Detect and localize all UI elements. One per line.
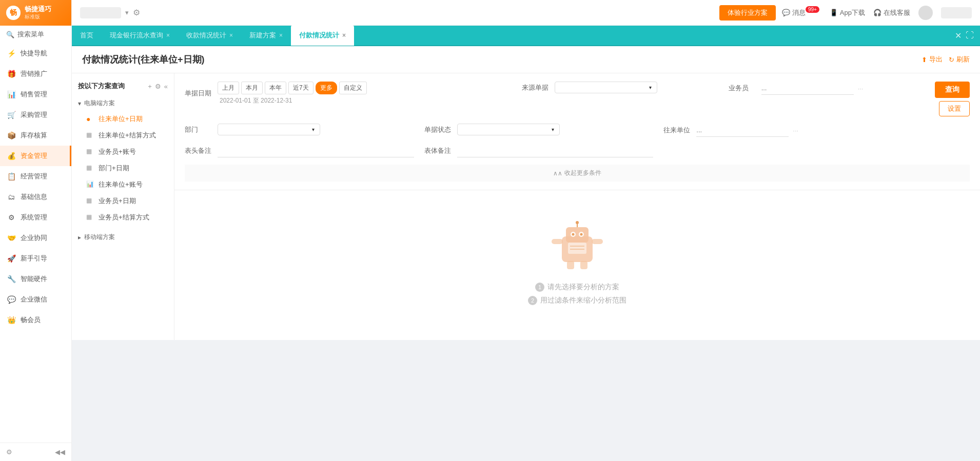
- online-service-action[interactable]: 🎧 在线客服: [873, 8, 910, 17]
- scheme-item-dept-date[interactable]: ▦ 部门+日期: [72, 160, 174, 176]
- svg-rect-9: [592, 239, 603, 244]
- tab-bank-flow-close[interactable]: ×: [166, 32, 170, 39]
- date-btn-this-month[interactable]: 本月: [241, 82, 263, 94]
- tab-new-scheme-close[interactable]: ×: [279, 32, 283, 39]
- chevron-down-icon: ▾: [78, 100, 81, 107]
- topbar-settings-icon[interactable]: ⚙: [133, 8, 140, 17]
- empty-state: 1 请先选择要分析的方案 2 用过滤条件来缩小分析范围: [174, 190, 980, 340]
- sidebar-item-basic[interactable]: 🗂 基础信息: [0, 187, 71, 207]
- filter-panel: 单据日期 上月 本月 本年 近7天 更多 自定义 20: [174, 73, 980, 190]
- sidebar-item-label: 采购管理: [21, 110, 47, 119]
- date-btn-7days[interactable]: 近7天: [288, 82, 313, 94]
- tab-home[interactable]: 首页: [72, 25, 102, 46]
- collapse-label: 收起更多条件: [564, 169, 601, 177]
- scheme-item-icon: ▦: [86, 148, 94, 156]
- sidebar-item-hardware[interactable]: 🔧 智能硬件: [0, 269, 71, 289]
- topbar-actions: 💬 消息 99+ 📱 App下载 🎧 在线客服: [782, 6, 972, 20]
- filter-row-1: 单据日期 上月 本月 本年 近7天 更多 自定义 20: [185, 82, 970, 116]
- settings-button[interactable]: 设置: [939, 101, 970, 116]
- scheme-collapse-icon[interactable]: «: [164, 83, 168, 90]
- topbar-dropdown-icon[interactable]: ▾: [125, 9, 129, 16]
- filter-row-3: 表头备注 表体备注: [185, 144, 970, 157]
- scheme-settings-icon[interactable]: ⚙: [155, 83, 161, 90]
- tab-payment-stats-close[interactable]: ×: [342, 32, 346, 39]
- related-unit-input[interactable]: [696, 124, 789, 137]
- sidebar-item-enterprise[interactable]: 🤝 企业协同: [0, 228, 71, 248]
- dept-select[interactable]: ▾: [218, 124, 320, 135]
- scheme-item-unit-payment[interactable]: ▦ 往来单位+结算方式: [72, 127, 174, 144]
- sidebar-item-quick-nav[interactable]: ⚡ 快捷导航: [0, 43, 71, 64]
- date-btn-custom[interactable]: 自定义: [339, 82, 367, 94]
- sidebar-item-label: 库存核算: [21, 131, 47, 140]
- docstatus-select[interactable]: ▾: [457, 124, 560, 135]
- message-action[interactable]: 💬 消息 99+: [782, 8, 821, 17]
- sidebar-item-guide[interactable]: 🚀 新手引导: [0, 248, 71, 269]
- tab-payment-stats[interactable]: 付款情况统计 ×: [291, 25, 354, 46]
- empty-step-1: 1 请先选择要分析的方案: [535, 283, 619, 292]
- scheme-group-label: 移动端方案: [84, 233, 115, 242]
- sidebar-item-label: 快捷导航: [21, 49, 47, 58]
- tab-maximize-icon[interactable]: ⛶: [966, 31, 974, 40]
- svg-rect-11: [580, 261, 587, 269]
- sidebar-search[interactable]: 🔍 搜索菜单: [0, 26, 71, 43]
- sidebar-title-block: 畅捷通巧 标准版: [25, 5, 51, 21]
- scheme-header-label: 按以下方案查询: [78, 82, 125, 91]
- scheme-add-icon[interactable]: +: [148, 83, 152, 90]
- empty-illustration: [546, 221, 608, 272]
- sidebar-item-wechat[interactable]: 💬 企业微信: [0, 289, 71, 310]
- sidebar-item-inventory[interactable]: 📦 库存核算: [0, 125, 71, 146]
- related-unit-more-icon[interactable]: ···: [793, 127, 798, 134]
- step-2-num: 2: [528, 296, 537, 305]
- sidebar-item-member[interactable]: 👑 畅会员: [0, 310, 71, 330]
- date-controls: 上月 本月 本年 近7天 更多 自定义 2022-01-01 至 2022-12…: [218, 82, 367, 105]
- quick-nav-icon: ⚡: [6, 48, 16, 58]
- user-name-placeholder: [80, 7, 121, 18]
- scheme-item-salesperson-date[interactable]: ▦ 业务员+日期: [72, 193, 174, 209]
- source-select[interactable]: ▾: [555, 82, 657, 93]
- tab-bank-flow[interactable]: 现金银行流水查询 ×: [102, 25, 178, 46]
- tab-payment-stats-label: 付款情况统计: [299, 31, 339, 40]
- export-button[interactable]: ⬆ 导出: [922, 55, 943, 64]
- body-note-input[interactable]: [457, 144, 654, 157]
- sidebar-item-system[interactable]: ⚙ 系统管理: [0, 207, 71, 228]
- sidebar-item-purchase[interactable]: 🛒 采购管理: [0, 105, 71, 125]
- header-note-label: 表头备注: [185, 146, 213, 155]
- date-btn-more[interactable]: 更多: [316, 82, 337, 94]
- footer-settings-icon[interactable]: ⚙: [6, 448, 12, 456]
- sidebar-item-finance[interactable]: 💰 资金管理: [0, 146, 71, 166]
- sidebar-item-sales[interactable]: 📊 销售管理: [0, 84, 71, 105]
- export-icon: ⬆: [922, 56, 927, 64]
- scheme-group-mobile-title[interactable]: ▸ 移动端方案: [72, 230, 174, 245]
- sidebar-item-label: 企业微信: [21, 295, 47, 304]
- tab-receipt-stats[interactable]: 收款情况统计 ×: [178, 25, 241, 46]
- system-icon: ⚙: [6, 212, 16, 223]
- scheme-item-salesperson-payment[interactable]: ▦ 业务员+结算方式: [72, 209, 174, 226]
- tab-new-scheme[interactable]: 新建方案 ×: [241, 25, 291, 46]
- sidebar-item-marketing[interactable]: 🎁 营销推广: [0, 64, 71, 84]
- scheme-item-salesperson-account[interactable]: ▦ 业务员+账号: [72, 144, 174, 160]
- scheme-item-unit-date[interactable]: ● 往来单位+日期: [72, 111, 174, 127]
- tab-new-scheme-label: 新建方案: [249, 31, 276, 40]
- tabbar-controls: ✕ ⛶: [949, 31, 980, 41]
- collapse-bar[interactable]: ∧∧ 收起更多条件: [185, 165, 970, 182]
- user-avatar[interactable]: [918, 6, 933, 20]
- docstatus-label: 单据状态: [424, 125, 453, 134]
- app-download-action[interactable]: 📱 App下载: [830, 8, 865, 17]
- footer-collapse-icon[interactable]: ◀◀: [55, 448, 65, 456]
- app-download-label: App下载: [840, 8, 865, 17]
- page-header-actions: ⬆ 导出 ↻ 刷新: [922, 55, 970, 64]
- scheme-item-unit-account[interactable]: 📊 往来单位+账号: [72, 176, 174, 193]
- salesperson-more-icon[interactable]: ···: [858, 85, 864, 92]
- salesperson-input[interactable]: [761, 82, 854, 95]
- tab-close-all-icon[interactable]: ✕: [955, 31, 962, 41]
- refresh-button[interactable]: ↻ 刷新: [949, 55, 970, 64]
- header-note-input[interactable]: [218, 144, 414, 157]
- tab-receipt-stats-close[interactable]: ×: [229, 32, 233, 39]
- scheme-group-desktop-title[interactable]: ▾ 电脑端方案: [72, 96, 174, 111]
- sidebar-item-operations[interactable]: 📋 经营管理: [0, 166, 71, 187]
- date-btn-last-month[interactable]: 上月: [218, 82, 239, 94]
- query-button[interactable]: 查询: [935, 82, 970, 98]
- filter-date-item: 单据日期 上月 本月 本年 近7天 更多 自定义 20: [185, 82, 512, 105]
- trial-button[interactable]: 体验行业方案: [719, 5, 776, 21]
- date-btn-this-year[interactable]: 本年: [265, 82, 286, 94]
